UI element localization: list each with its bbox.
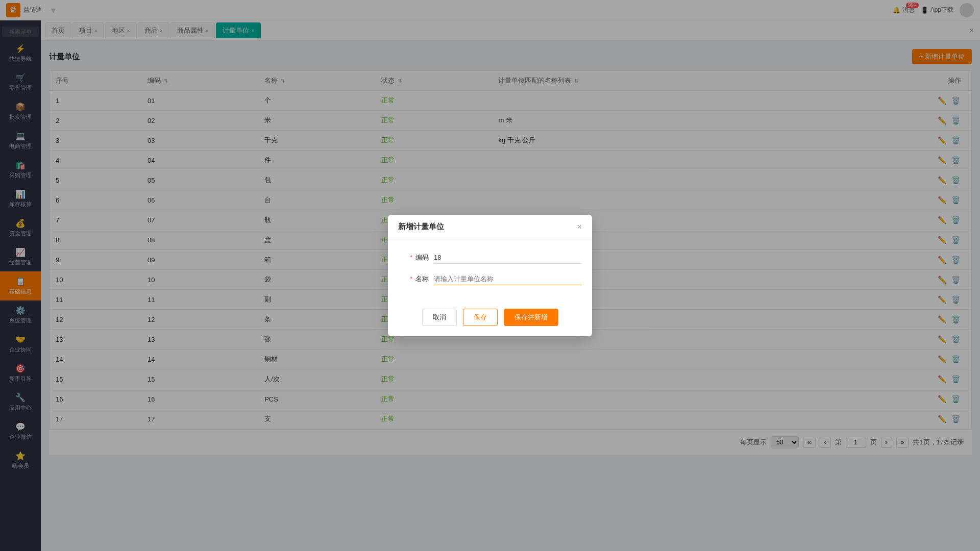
modal-overlay: 新增计量单位 × * 编码 * 名称 取消 保存 保存并新增	[0, 0, 980, 551]
modal-footer: 取消 保存 保存并新增	[388, 303, 592, 336]
modal-close-btn[interactable]: ×	[577, 223, 582, 231]
form-row-name: * 名称	[398, 273, 582, 285]
required-star-code: *	[410, 254, 412, 261]
form-row-code: * 编码	[398, 252, 582, 264]
modal-header: 新增计量单位 ×	[388, 215, 592, 239]
modal-body: * 编码 * 名称	[388, 239, 592, 303]
cancel-button[interactable]: 取消	[422, 309, 457, 326]
name-input[interactable]	[434, 273, 582, 285]
code-input[interactable]	[434, 252, 582, 264]
name-label: * 名称	[398, 274, 429, 284]
required-star-name: *	[410, 275, 412, 283]
save-button[interactable]: 保存	[463, 309, 498, 326]
save-and-new-button[interactable]: 保存并新增	[504, 309, 558, 326]
code-label: * 编码	[398, 253, 429, 262]
add-unit-modal: 新增计量单位 × * 编码 * 名称 取消 保存 保存并新增	[388, 215, 592, 336]
modal-title: 新增计量单位	[398, 222, 444, 232]
